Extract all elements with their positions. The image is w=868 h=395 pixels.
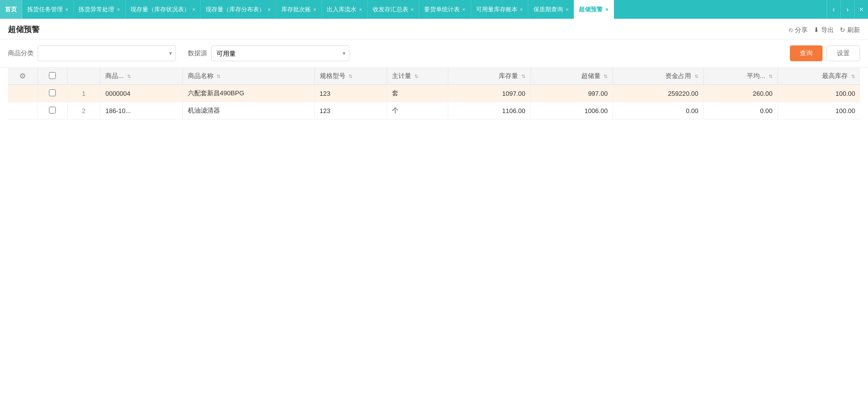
row-capital: 259220.00: [613, 85, 703, 102]
row-num: 1: [67, 85, 100, 102]
col-settings[interactable]: ⚙: [8, 68, 38, 85]
row-capital: 0.00: [613, 102, 703, 119]
row-spec: 123: [314, 85, 387, 102]
row-num: 2: [67, 102, 100, 119]
page-title: 超储预警: [8, 25, 40, 35]
row-maxstock: 100.00: [778, 85, 860, 102]
col-checkbox[interactable]: [38, 68, 67, 85]
settings-button[interactable]: 设置: [826, 45, 860, 61]
row-unit: 个: [387, 102, 448, 119]
datasource-filter-group: 数据源 可用量 ▾: [188, 45, 349, 61]
col-avg-header[interactable]: 平均... ⇅: [703, 68, 778, 85]
sort-icon: ⇅: [414, 74, 418, 79]
row-maxstock: 100.00: [778, 102, 860, 119]
close-icon[interactable]: ×: [565, 6, 568, 12]
filter-actions: 查询 设置: [790, 45, 860, 61]
row-gear-cell: [8, 85, 38, 102]
row-checkbox-cell[interactable]: [38, 85, 67, 102]
nav-item-batch-account[interactable]: 库存批次账 ×: [276, 0, 322, 19]
category-filter-group: 商品分类 ▾: [8, 45, 176, 61]
page-header: 超储预警 ⎋ 分享 ⬇ 导出 ↻ 刷新: [0, 19, 868, 40]
col-name-header[interactable]: 商品名称 ⇅: [182, 68, 314, 85]
table-row: 1 0000004 六配套新昌490BPG 123 套 1097.00 997.…: [8, 85, 860, 102]
row-avg: 0.00: [703, 102, 778, 119]
nav-arrow-left[interactable]: ‹: [826, 0, 840, 19]
close-icon[interactable]: ×: [411, 6, 414, 12]
nav-item-pick-exception[interactable]: 拣货异常处理 ×: [74, 0, 125, 19]
table-body: 1 0000004 六配套新昌490BPG 123 套 1097.00 997.…: [8, 85, 860, 119]
settings-icon[interactable]: ⚙: [19, 72, 26, 80]
data-table: ⚙ 商品... ⇅ 商品名称 ⇅ 规格型号: [8, 68, 860, 119]
row-avg: 260.00: [703, 85, 778, 102]
refresh-button[interactable]: ↻ 刷新: [840, 26, 860, 35]
page-container: 超储预警 ⎋ 分享 ⬇ 导出 ↻ 刷新 商品分类 ▾: [0, 19, 868, 395]
sort-icon: ⇅: [604, 74, 608, 79]
header-actions: ⎋ 分享 ⬇ 导出 ↻ 刷新: [789, 26, 860, 35]
close-icon[interactable]: ×: [313, 6, 316, 12]
close-icon[interactable]: ×: [267, 6, 270, 12]
sort-icon: ⇅: [217, 74, 220, 79]
datasource-label: 数据源: [188, 49, 207, 58]
nav-item-shelf-life[interactable]: 保质期查询 ×: [528, 0, 574, 19]
row-unit: 套: [387, 85, 448, 102]
table-row: 2 186-10... 机油滤清器 123 个 1106.00 1006.00 …: [8, 102, 860, 119]
sort-icon: ⇅: [521, 74, 525, 79]
row-code: 186-10...: [100, 102, 183, 119]
datasource-select[interactable]: 可用量: [211, 45, 349, 61]
row-code: 0000004: [100, 85, 183, 102]
datasource-select-wrapper: 可用量 ▾: [211, 45, 349, 61]
row-checkbox-cell[interactable]: [38, 102, 67, 119]
category-label: 商品分类: [8, 49, 34, 58]
nav-item-order-stat[interactable]: 要货单统计表 ×: [419, 0, 471, 19]
nav-item-over-stock[interactable]: 超储预警 ×: [574, 0, 613, 19]
filter-area: 商品分类 ▾ 数据源 可用量 ▾ 查询 设置: [0, 40, 868, 68]
col-spec-header[interactable]: 规格型号 ⇅: [314, 68, 387, 85]
sort-icon: ⇅: [348, 74, 352, 79]
nav-item-home[interactable]: 首页: [0, 0, 22, 19]
row-checkbox[interactable]: [49, 89, 56, 96]
row-spec: 123: [314, 102, 387, 119]
col-code-header[interactable]: 商品... ⇅: [100, 68, 183, 85]
col-over-header[interactable]: 超储量 ⇅: [530, 68, 613, 85]
col-num: [67, 68, 100, 85]
col-unit-header[interactable]: 主计量 ⇅: [387, 68, 448, 85]
export-icon: ⬇: [814, 26, 819, 34]
row-stock: 1097.00: [448, 85, 531, 102]
col-maxstock-header[interactable]: 最高库存 ⇅: [778, 68, 860, 85]
nav-arrow-close[interactable]: ×: [854, 0, 868, 19]
sort-icon: ⇅: [694, 74, 698, 79]
table-wrapper: ⚙ 商品... ⇅ 商品名称 ⇅ 规格型号: [0, 68, 868, 119]
nav-item-stock-status[interactable]: 现存量（库存状况表） ×: [126, 0, 201, 19]
export-button[interactable]: ⬇ 导出: [814, 26, 834, 35]
close-icon[interactable]: ×: [117, 6, 120, 12]
col-capital-header[interactable]: 资金占用 ⇅: [613, 68, 703, 85]
query-button[interactable]: 查询: [790, 45, 823, 61]
row-checkbox[interactable]: [49, 107, 56, 114]
nav-item-pick-task[interactable]: 拣货任务管理 ×: [22, 0, 74, 19]
category-select-wrapper: ▾: [38, 45, 176, 61]
nav-item-stock-dist[interactable]: 现存量（库存分布表） ×: [201, 0, 276, 19]
close-icon[interactable]: ×: [359, 6, 362, 12]
row-over: 997.00: [530, 85, 613, 102]
close-icon[interactable]: ×: [462, 6, 465, 12]
select-all-checkbox[interactable]: [49, 72, 56, 79]
sort-icon: ⇅: [769, 74, 773, 79]
row-stock: 1106.00: [448, 102, 531, 119]
close-icon[interactable]: ×: [65, 6, 68, 12]
nav-item-available-book[interactable]: 可用量库存账本 ×: [471, 0, 528, 19]
top-navigation: 首页 拣货任务管理 × 拣货异常处理 × 现存量（库存状况表） × 现存量（库存…: [0, 0, 868, 19]
nav-item-summary[interactable]: 收发存汇总表 ×: [368, 0, 419, 19]
category-select[interactable]: [38, 45, 176, 61]
col-stock-header[interactable]: 库存量 ⇅: [448, 68, 531, 85]
row-name: 机油滤清器: [182, 102, 314, 119]
row-name: 六配套新昌490BPG: [182, 85, 314, 102]
row-over: 1006.00: [530, 102, 613, 119]
close-icon[interactable]: ×: [520, 6, 523, 12]
refresh-icon: ↻: [840, 26, 845, 34]
close-icon[interactable]: ×: [192, 6, 195, 12]
sort-icon: ⇅: [851, 74, 855, 79]
share-button[interactable]: ⎋ 分享: [789, 26, 808, 35]
nav-arrow-right[interactable]: ›: [840, 0, 854, 19]
close-icon[interactable]: ×: [605, 6, 608, 12]
nav-item-inout-flow[interactable]: 出入库流水 ×: [322, 0, 367, 19]
